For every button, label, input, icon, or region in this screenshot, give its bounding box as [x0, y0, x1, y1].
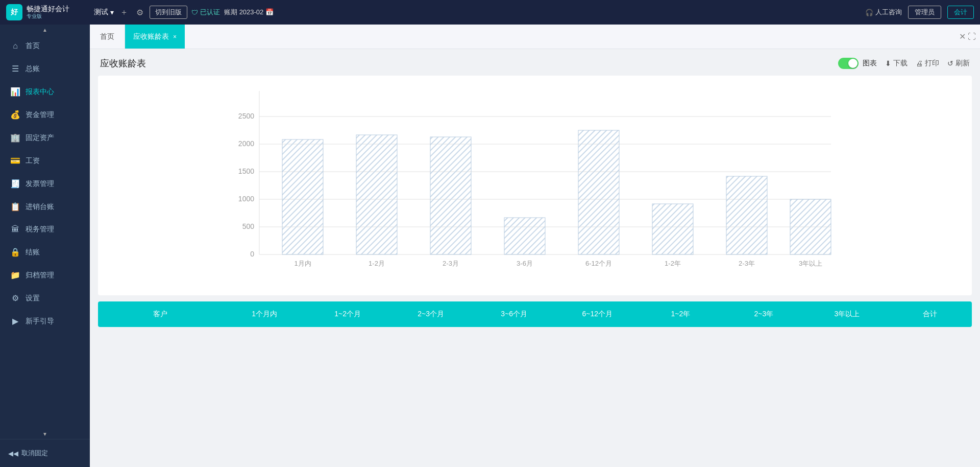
sidebar-item-ledger-label: 总账	[26, 64, 40, 74]
sidebar-bottom: ◀◀ 取消固定	[0, 439, 90, 467]
svg-text:3-6月: 3-6月	[517, 260, 533, 267]
cancel-fixed-label: 取消固定	[21, 449, 48, 458]
page-content: 应收账龄表 图表 ⬇ 下载 🖨 打印	[90, 49, 980, 467]
download-icon: ⬇	[885, 59, 891, 67]
logo-area: 好 畅捷通好会计 专业版	[6, 4, 88, 20]
period-info: 账期 2023-02 📅	[224, 8, 274, 17]
sidebar-item-salary[interactable]: 💳 工资	[0, 149, 90, 172]
guide-icon: ▶	[10, 316, 20, 326]
dropdown-icon: ▾	[110, 8, 114, 16]
sidebar-item-reports-label: 报表中心	[26, 87, 54, 97]
table-container: 客户 1个月内 1~2个月 2~3个月 3~6个月 6~12个月 1~2年 2~…	[98, 301, 972, 327]
sidebar-item-tax-label: 税务管理	[26, 225, 54, 234]
svg-text:2-3月: 2-3月	[443, 260, 459, 267]
sidebar-item-archive[interactable]: 📁 归档管理	[0, 264, 90, 287]
page-header: 应收账龄表 图表 ⬇ 下载 🖨 打印	[98, 57, 972, 69]
tab-active-label: 应收账龄表	[133, 32, 169, 41]
accountant-button[interactable]: 会计	[947, 6, 974, 19]
consult-label: 人工咨询	[875, 8, 902, 17]
sidebar-item-assets-label: 固定资产	[26, 133, 54, 143]
svg-text:2500: 2500	[238, 112, 254, 120]
tab-active[interactable]: 应收账龄表 ×	[125, 25, 185, 49]
shield-icon: 🛡	[191, 9, 198, 16]
sidebar-items: ⌂ 首页 ☰ 总账 📊 报表中心 💰 资金管理 🏢 固定资产 💳 工资	[0, 35, 90, 429]
sidebar-item-sales[interactable]: 📋 进销台账	[0, 195, 90, 218]
svg-rect-24	[652, 204, 693, 254]
ledger-icon: ☰	[10, 64, 20, 74]
table-header-customer: 客户	[98, 301, 223, 327]
svg-rect-28	[790, 199, 831, 254]
sidebar-scroll-up[interactable]: ▲	[0, 25, 90, 35]
sidebar-item-assets[interactable]: 🏢 固定资产	[0, 126, 90, 149]
sidebar-item-home[interactable]: ⌂ 首页	[0, 35, 90, 57]
sidebar-item-guide[interactable]: ▶ 新手引导	[0, 310, 90, 333]
print-button[interactable]: 🖨 打印	[916, 59, 939, 68]
svg-text:1-2年: 1-2年	[665, 260, 681, 267]
sidebar-item-funds-label: 资金管理	[26, 110, 54, 120]
sidebar-item-salary-label: 工资	[26, 156, 40, 166]
svg-text:0: 0	[250, 250, 254, 258]
consult-button[interactable]: 🎧 人工咨询	[865, 8, 902, 17]
salary-icon: 💳	[10, 156, 20, 166]
svg-rect-18	[430, 137, 471, 254]
print-label: 打印	[925, 59, 939, 68]
close-accounts-icon: 🔒	[10, 247, 20, 257]
tab-home[interactable]: 首页	[90, 25, 125, 49]
table-header-2-3y: 2~3年	[722, 301, 805, 327]
table-header-2-3m: 2~3个月	[389, 301, 473, 327]
page-title: 应收账龄表	[100, 57, 146, 69]
archive-icon: 📁	[10, 270, 20, 280]
sidebar-item-settings[interactable]: ⚙ 设置	[0, 287, 90, 310]
table-header-3-6m: 3~6个月	[473, 301, 556, 327]
sidebar-item-archive-label: 归档管理	[26, 271, 54, 280]
sales-icon: 📋	[10, 202, 20, 212]
sidebar-item-guide-label: 新手引导	[26, 317, 54, 326]
toggle-knob	[848, 59, 857, 68]
download-label: 下载	[893, 59, 908, 68]
tab-actions: ✕ ⛶	[959, 32, 980, 41]
assets-icon: 🏢	[10, 133, 20, 143]
invoice-icon: 🧾	[10, 179, 20, 189]
tab-home-label: 首页	[100, 32, 114, 41]
svg-text:1000: 1000	[238, 195, 254, 203]
tab-close-window-button[interactable]: ✕	[959, 32, 966, 41]
sidebar-item-close[interactable]: 🔒 结账	[0, 241, 90, 264]
sidebar-item-settings-label: 设置	[26, 294, 40, 303]
admin-button[interactable]: 管理员	[908, 6, 941, 19]
sidebar-item-sales-label: 进销台账	[26, 202, 54, 212]
chart-toggle-switch[interactable]	[838, 58, 859, 69]
old-version-button[interactable]: 切到旧版	[150, 6, 187, 19]
company-select[interactable]: 测试 ▾	[94, 8, 114, 17]
tab-close-button[interactable]: ×	[173, 33, 177, 40]
download-button[interactable]: ⬇ 下载	[885, 59, 908, 68]
cancel-fixed-button[interactable]: ◀◀ 取消固定	[0, 445, 90, 462]
svg-text:500: 500	[242, 222, 255, 230]
home-icon: ⌂	[10, 41, 20, 51]
svg-text:1500: 1500	[238, 167, 254, 175]
sidebar-item-funds[interactable]: 💰 资金管理	[0, 103, 90, 126]
sidebar-scroll-down[interactable]: ▼	[0, 429, 90, 439]
sidebar-item-ledger[interactable]: ☰ 总账	[0, 57, 90, 80]
sidebar-item-reports[interactable]: 📊 报表中心	[0, 80, 90, 103]
add-button[interactable]: ＋	[118, 5, 130, 20]
sidebar-item-invoice-label: 发票管理	[26, 179, 54, 189]
bar-chart: 0 500 1000 1500 2000 2500	[113, 86, 957, 280]
content-area: 首页 应收账龄表 × ✕ ⛶ 应收账龄表	[90, 25, 980, 467]
logo-text-block: 畅捷通好会计 专业版	[27, 5, 69, 20]
refresh-button[interactable]: ↺ 刷新	[947, 59, 970, 68]
tab-expand-button[interactable]: ⛶	[968, 32, 976, 41]
table-header-total: 合计	[889, 301, 972, 327]
sidebar-item-tax[interactable]: 🏛 税务管理	[0, 218, 90, 241]
calendar-icon[interactable]: 📅	[265, 8, 274, 16]
table-header-3y: 3年以上	[805, 301, 889, 327]
period-value: 2023-02	[239, 8, 264, 16]
refresh-icon: ↺	[947, 59, 953, 67]
chart-toggle-area: 图表	[838, 58, 877, 69]
svg-rect-20	[504, 218, 545, 254]
sidebar-item-invoice[interactable]: 🧾 发票管理	[0, 172, 90, 195]
svg-text:1-2月: 1-2月	[369, 260, 385, 267]
settings-icon: ⚙	[10, 293, 20, 303]
settings-button[interactable]: ⚙	[134, 6, 145, 19]
svg-text:2000: 2000	[238, 139, 254, 148]
table-header-6-12m: 6~12个月	[556, 301, 639, 327]
